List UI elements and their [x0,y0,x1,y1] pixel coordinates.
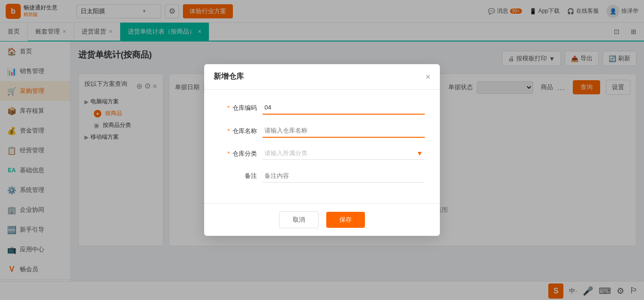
required-mark-code: * [227,104,230,111]
warehouse-category-select[interactable]: 请输入所属分类 ▼ [263,147,425,160]
form-row-category: * 仓库分类 请输入所属分类 ▼ [219,147,425,160]
form-row-name: * 仓库名称 [219,124,425,138]
remark-label: 备注 [219,172,257,180]
modal-footer: 取消 保存 [204,203,440,236]
category-dropdown-arrow-icon: ▼ [416,150,423,157]
warehouse-modal: 新增仓库 × * 仓库编码 * 仓库名称 [204,64,440,236]
remark-input[interactable] [263,169,425,183]
required-mark-category: * [227,150,230,157]
warehouse-code-label: * 仓库编码 [219,104,257,112]
modal-title: 新增仓库 [214,72,244,82]
modal-close-button[interactable]: × [425,73,430,81]
required-mark-name: * [227,127,230,134]
form-row-code: * 仓库编码 [219,101,425,115]
form-row-remark: 备注 [219,169,425,183]
warehouse-name-input[interactable] [263,124,425,138]
modal-overlay[interactable]: 新增仓库 × * 仓库编码 * 仓库名称 [0,0,644,300]
warehouse-code-input[interactable] [263,101,425,115]
warehouse-category-placeholder: 请输入所属分类 [264,149,416,158]
modal-body: * 仓库编码 * 仓库名称 * 仓库分类 请输入所属 [204,90,440,203]
save-button[interactable]: 保存 [326,212,365,228]
cancel-button[interactable]: 取消 [279,211,319,228]
modal-header: 新增仓库 × [204,64,440,90]
warehouse-category-label: * 仓库分类 [219,150,257,158]
warehouse-name-label: * 仓库名称 [219,127,257,135]
